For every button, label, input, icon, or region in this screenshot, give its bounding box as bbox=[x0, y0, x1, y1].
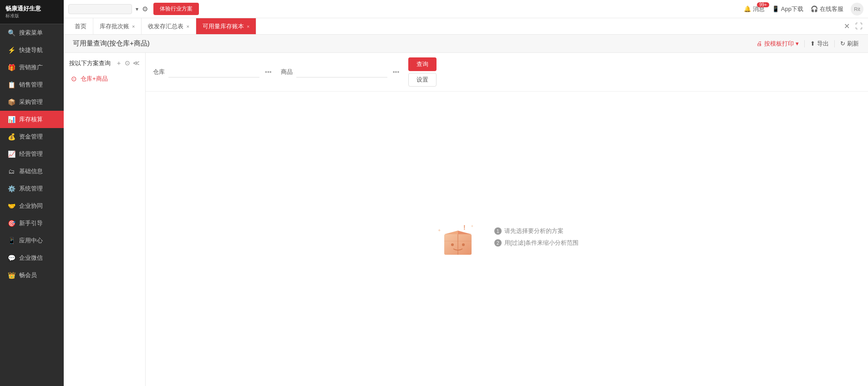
notification-btn[interactable]: 🔔 消息 99+ bbox=[744, 5, 765, 13]
page-actions: 🖨 按模板打印 ▾ ⬆ 导出 ↻ 刷新 bbox=[756, 40, 859, 48]
sidebar-item-basic[interactable]: 🗂基础信息 bbox=[0, 163, 64, 180]
refresh-btn[interactable]: ↻ 刷新 bbox=[840, 40, 859, 48]
sidebar-icon-member: 👑 bbox=[7, 272, 15, 279]
sidebar-item-wechat[interactable]: 💬企业微信 bbox=[0, 249, 64, 267]
sidebar-item-purchase[interactable]: 📦采购管理 bbox=[0, 93, 64, 111]
phone-icon: 📱 bbox=[772, 5, 779, 12]
tab-close-batch-account[interactable]: × bbox=[132, 24, 135, 29]
sidebar-item-operation[interactable]: 📈经营管理 bbox=[0, 145, 64, 163]
tab-recv-summary[interactable]: 收发存汇总表× bbox=[142, 18, 196, 35]
filter-row: 仓库 ••• 商品 ••• 查询 设置 bbox=[146, 53, 868, 92]
app-download-btn[interactable]: 📱 App下载 bbox=[772, 5, 803, 13]
sidebar-icon-finance: 💰 bbox=[7, 133, 15, 140]
sidebar-label-inventory: 库存核算 bbox=[19, 115, 43, 124]
sidebar-item-inventory[interactable]: 📊库存核算 bbox=[0, 111, 64, 128]
sidebar-item-appcenter[interactable]: 📱应用中心 bbox=[0, 232, 64, 249]
fullscreen-btn[interactable]: ⛶ bbox=[853, 21, 864, 32]
filter-panel: 按以下方案查询 ＋ ⊙ ≪ ⊙ 仓库+商品 bbox=[64, 53, 146, 386]
empty-step1: 1 请先选择要分析的方案 bbox=[494, 227, 579, 235]
sidebar-item-newuser[interactable]: 🎯新手引导 bbox=[0, 215, 64, 232]
product-filter: 商品 ••• bbox=[281, 67, 400, 77]
sidebar-icon-marketing: 🎁 bbox=[7, 64, 15, 71]
topbar: ▾ ⚙ 体验行业方案 🔔 消息 99+ 📱 App下载 🎧 在线客服 Rit bbox=[64, 0, 868, 18]
gear-icon[interactable]: ⚙ bbox=[142, 5, 148, 13]
sidebar-icon-purchase: 📦 bbox=[7, 98, 15, 106]
divider bbox=[804, 40, 805, 47]
sidebar-label-purchase: 采购管理 bbox=[19, 98, 43, 106]
sidebar-label-sales: 销售管理 bbox=[19, 81, 43, 89]
sidebar-item-quick-nav[interactable]: ⚡快捷导航 bbox=[0, 41, 64, 59]
empty-illustration: ! ✦ ✦ bbox=[435, 216, 481, 262]
svg-point-5 bbox=[451, 243, 454, 246]
sidebar-icon-inventory: 📊 bbox=[7, 116, 15, 123]
query-button[interactable]: 查询 bbox=[408, 57, 437, 71]
sidebar-label-appcenter: 应用中心 bbox=[19, 237, 43, 245]
sidebar-item-marketing[interactable]: 🎁营销推广 bbox=[0, 59, 64, 76]
sidebar-icon-appcenter: 📱 bbox=[7, 237, 15, 244]
sidebar-item-member[interactable]: 👑畅会员 bbox=[0, 267, 64, 284]
svg-point-6 bbox=[462, 243, 465, 246]
right-content: 仓库 ••• 商品 ••• 查询 设置 bbox=[146, 53, 868, 386]
product-more-icon[interactable]: ••• bbox=[393, 68, 400, 76]
warehouse-filter: 仓库 ••• bbox=[153, 67, 272, 77]
sidebar-icon-newuser: 🎯 bbox=[7, 220, 15, 227]
export-btn[interactable]: ⬆ 导出 bbox=[810, 40, 829, 48]
sidebar-logo: 畅康通好生意 标准版 bbox=[0, 0, 64, 24]
page-title: 可用量查询(按仓库+商品) bbox=[73, 39, 150, 48]
warehouse-more-icon[interactable]: ••• bbox=[265, 68, 272, 76]
warehouse-input[interactable] bbox=[168, 67, 259, 77]
topbar-right: 🔔 消息 99+ 📱 App下载 🎧 在线客服 Rit bbox=[744, 3, 863, 15]
sidebar-label-basic: 基础信息 bbox=[19, 167, 43, 175]
sidebar-icon-cooperation: 🤝 bbox=[7, 202, 15, 210]
print-btn[interactable]: 🖨 按模板打印 ▾ bbox=[756, 40, 799, 48]
dropdown-button[interactable]: ▾ bbox=[136, 6, 138, 12]
empty-state: ! ✦ ✦ 1 请先选择要分析的方案 2 用[过滤]条件来缩小分析范围 bbox=[146, 92, 868, 386]
company-name: 畅康通好生意 bbox=[5, 5, 58, 13]
bell-icon: 🔔 bbox=[744, 5, 751, 12]
tab-home[interactable]: 首页 bbox=[68, 18, 93, 35]
tab-close-recv-summary[interactable]: × bbox=[186, 24, 189, 29]
tab-batch-account[interactable]: 库存批次账× bbox=[93, 18, 142, 35]
avatar[interactable]: Rit bbox=[851, 3, 863, 15]
scheme-item-warehouse-product[interactable]: ⊙ 仓库+商品 bbox=[64, 71, 145, 87]
sidebar-label-system: 系统管理 bbox=[19, 185, 43, 193]
add-scheme-icon[interactable]: ＋ bbox=[116, 59, 122, 67]
sidebar-label-quick-nav: 快捷导航 bbox=[19, 46, 43, 54]
sidebar-item-finance[interactable]: 💰资金管理 bbox=[0, 128, 64, 145]
sidebar-label-wechat: 企业微信 bbox=[19, 254, 43, 262]
scheme-icon: ⊙ bbox=[71, 75, 77, 83]
sidebar-item-system[interactable]: ⚙️系统管理 bbox=[0, 180, 64, 197]
svg-marker-2 bbox=[458, 231, 472, 234]
collapse-icon[interactable]: ≪ bbox=[133, 59, 140, 67]
svg-marker-1 bbox=[444, 231, 458, 234]
sidebar-item-sales[interactable]: 📋销售管理 bbox=[0, 76, 64, 93]
tab-close-available-ledger[interactable]: × bbox=[247, 24, 249, 29]
sidebar: 畅康通好生意 标准版 🔍搜索菜单⚡快捷导航🎁营销推广📋销售管理📦采购管理📊库存核… bbox=[0, 0, 64, 386]
settings-button[interactable]: 设置 bbox=[408, 73, 437, 87]
settings-scheme-icon[interactable]: ⊙ bbox=[125, 59, 130, 67]
export-icon: ⬆ bbox=[810, 40, 815, 47]
svg-text:✦: ✦ bbox=[471, 224, 474, 228]
sidebar-icon-quick-nav: ⚡ bbox=[7, 46, 15, 54]
sidebar-icon-basic: 🗂 bbox=[7, 168, 15, 175]
tabs-bar: 首页库存批次账×收发存汇总表×可用量库存账本× ✕ ⛶ bbox=[64, 18, 868, 35]
industry-btn[interactable]: 体验行业方案 bbox=[153, 3, 199, 15]
sidebar-label-cooperation: 企业协同 bbox=[19, 202, 43, 210]
sidebar-label-newuser: 新手引导 bbox=[19, 219, 43, 227]
sidebar-label-finance: 资金管理 bbox=[19, 133, 43, 141]
tab-label-available-ledger: 可用量库存账本 bbox=[203, 22, 244, 31]
main-area: ▾ ⚙ 体验行业方案 🔔 消息 99+ 📱 App下载 🎧 在线客服 Rit 首 bbox=[64, 0, 868, 386]
product-input[interactable] bbox=[296, 67, 387, 77]
search-input[interactable] bbox=[68, 4, 132, 14]
sidebar-item-search[interactable]: 🔍搜索菜单 bbox=[0, 24, 64, 41]
close-tab-btn[interactable]: ✕ bbox=[842, 20, 852, 32]
sidebar-icon-search: 🔍 bbox=[7, 29, 15, 36]
product-label: 商品 bbox=[281, 68, 293, 76]
print-dropdown-icon[interactable]: ▾ bbox=[796, 40, 799, 47]
tab-available-ledger[interactable]: 可用量库存账本× bbox=[196, 18, 256, 35]
filter-header: 按以下方案查询 ＋ ⊙ ≪ bbox=[64, 57, 145, 71]
scheme-label: 仓库+商品 bbox=[81, 75, 108, 83]
online-service-btn[interactable]: 🎧 在线客服 bbox=[811, 5, 843, 13]
sidebar-item-cooperation[interactable]: 🤝企业协同 bbox=[0, 197, 64, 215]
empty-step2: 2 用[过滤]条件来缩小分析范围 bbox=[494, 239, 579, 247]
